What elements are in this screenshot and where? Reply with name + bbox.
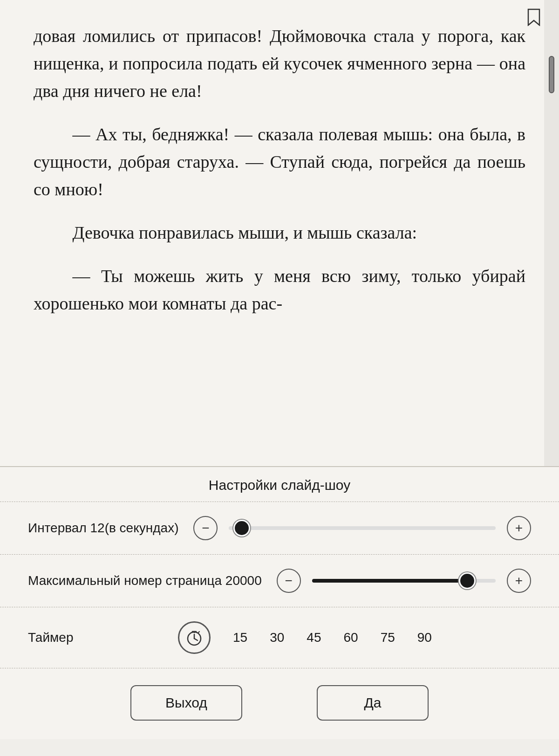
timer-row: Таймер 15 30 45 60 75 90 xyxy=(0,607,559,668)
interval-slider-thumb[interactable] xyxy=(233,520,250,536)
maxpage-slider-fill xyxy=(312,579,463,583)
maxpage-minus-btn[interactable]: − xyxy=(277,569,301,593)
maxpage-slider-thumb[interactable] xyxy=(459,572,476,589)
settings-title: Настройки слайд-шоу xyxy=(0,467,559,502)
timer-icon xyxy=(185,628,204,647)
timer-val-45[interactable]: 45 xyxy=(307,630,321,645)
exit-button[interactable]: Выход xyxy=(130,685,242,721)
interval-label: Интервал 12(в секундах) xyxy=(28,519,178,537)
svg-line-2 xyxy=(194,639,198,640)
timer-val-90[interactable]: 90 xyxy=(417,630,432,645)
svg-line-5 xyxy=(198,632,199,633)
timer-val-75[interactable]: 75 xyxy=(381,630,395,645)
interval-slider-container: − + xyxy=(193,516,531,540)
scrollbar-handle[interactable] xyxy=(549,56,554,93)
book-text: довая ломились от припасов! Дюймовочка с… xyxy=(34,22,525,317)
timer-label: Таймер xyxy=(28,630,163,645)
timer-val-15[interactable]: 15 xyxy=(233,630,247,645)
buttons-row: Выход Да xyxy=(0,668,559,739)
interval-row: Интервал 12(в секундах) − + xyxy=(0,502,559,555)
maxpage-slider-track[interactable] xyxy=(312,579,496,583)
reading-area: довая ломились от припасов! Дюймовочка с… xyxy=(0,0,559,466)
text-paragraph-1: довая ломились от припасов! Дюймовочка с… xyxy=(34,22,525,105)
maxpage-plus-btn[interactable]: + xyxy=(507,569,531,593)
timer-values: 15 30 45 60 75 90 xyxy=(233,630,432,645)
maxpage-slider-container: − + xyxy=(277,569,531,593)
text-paragraph-4: — Ты можешь жить у меня всю зиму, только… xyxy=(34,262,525,317)
interval-plus-btn[interactable]: + xyxy=(507,516,531,540)
timer-val-60[interactable]: 60 xyxy=(343,630,358,645)
ok-button[interactable]: Да xyxy=(317,685,429,721)
timer-icon-btn[interactable] xyxy=(178,621,211,654)
text-paragraph-2: — Ах ты, бедняжка! — сказала полевая мыш… xyxy=(34,121,525,203)
bookmark-icon[interactable] xyxy=(527,8,540,26)
timer-val-30[interactable]: 30 xyxy=(270,630,284,645)
settings-panel: Настройки слайд-шоу Интервал 12(в секунд… xyxy=(0,467,559,739)
text-paragraph-3: Девочка понравилась мыши, и мышь сказала… xyxy=(34,219,525,247)
scrollbar-track[interactable] xyxy=(544,0,559,466)
maxpage-row: Максимальный номер страница 20000 − + xyxy=(0,555,559,607)
interval-slider-track[interactable] xyxy=(229,526,496,530)
interval-minus-btn[interactable]: − xyxy=(193,516,218,540)
maxpage-label: Максимальный номер страница 20000 xyxy=(28,572,262,590)
